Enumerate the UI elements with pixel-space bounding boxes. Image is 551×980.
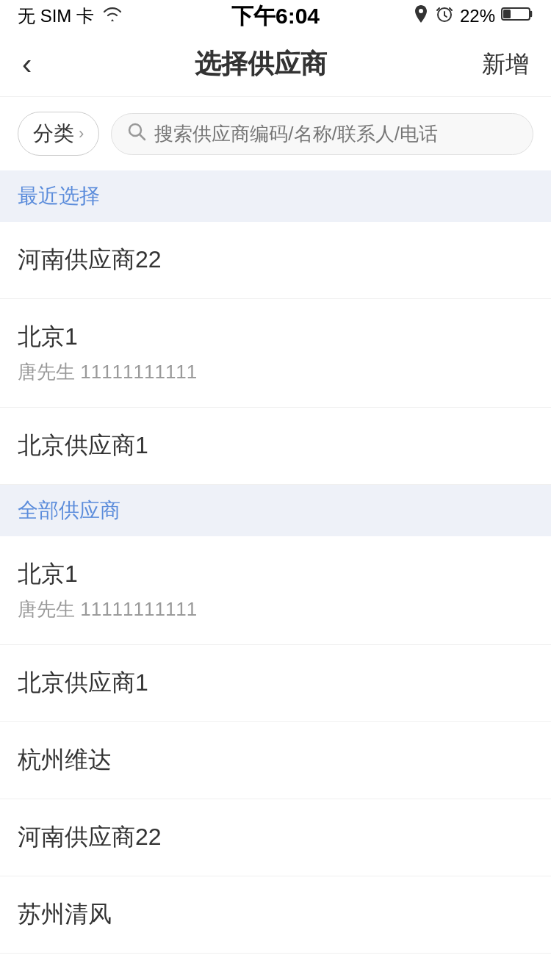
item-name: 杭州维达 [18,744,533,777]
back-button[interactable]: ‹ [15,40,39,88]
recent-items-list: 河南供应商22北京1唐先生 11111111111北京供应商1 [0,222,551,485]
nav-bar: ‹ 选择供应商 新增 [0,32,551,97]
category-label: 分类 [33,120,74,148]
svg-line-6 [140,134,145,140]
list-item[interactable]: 北京1唐先生 11111111111 [0,299,551,408]
svg-point-5 [129,124,141,136]
alarm-icon [435,4,454,28]
item-name: 苏州清风 [18,898,533,931]
category-button[interactable]: 分类 › [18,112,99,156]
battery-text: 22% [460,6,495,26]
filter-bar: 分类 › [0,97,551,170]
chevron-right-icon: › [79,124,84,143]
location-icon [413,4,429,28]
page-title: 选择供应商 [195,46,327,82]
search-input[interactable] [154,123,518,145]
list-item[interactable]: 北京供应商1 [0,408,551,485]
svg-line-2 [444,15,447,17]
wifi-icon [101,6,123,26]
list-item[interactable]: 北京供应商1 [0,645,551,722]
recent-section-header: 最近选择 [0,170,551,222]
status-left: 无 SIM 卡 [18,4,123,28]
item-name: 北京供应商1 [18,430,533,462]
item-name: 北京1 [18,558,533,591]
battery-icon [501,6,533,26]
item-name: 河南供应商22 [18,244,533,276]
status-bar: 无 SIM 卡 下午6:04 22% [0,0,551,32]
item-sub: 唐先生 11111111111 [18,359,533,385]
status-right: 22% [413,4,533,28]
search-icon [126,121,147,147]
item-sub: 唐先生 11111111111 [18,597,533,622]
list-item[interactable]: 河南供应商22 [0,222,551,299]
all-section-header: 全部供应商 [0,485,551,536]
item-name: 北京1 [18,321,533,353]
search-wrapper [111,113,533,155]
list-item[interactable]: 河南供应商22 [0,799,551,876]
all-items-list: 北京1唐先生 11111111111北京供应商1杭州维达河南供应商22苏州清风 [0,536,551,954]
item-name: 北京供应商1 [18,667,533,699]
list-item[interactable]: 北京1唐先生 11111111111 [0,536,551,645]
status-center-time: 下午6:04 [231,1,320,32]
list-item[interactable]: 杭州维达 [0,722,551,799]
carrier-text: 无 SIM 卡 [18,4,94,28]
list-item[interactable]: 苏州清风 [0,876,551,954]
new-action-button[interactable]: 新增 [482,48,529,81]
svg-rect-4 [503,10,511,18]
item-name: 河南供应商22 [18,821,533,854]
